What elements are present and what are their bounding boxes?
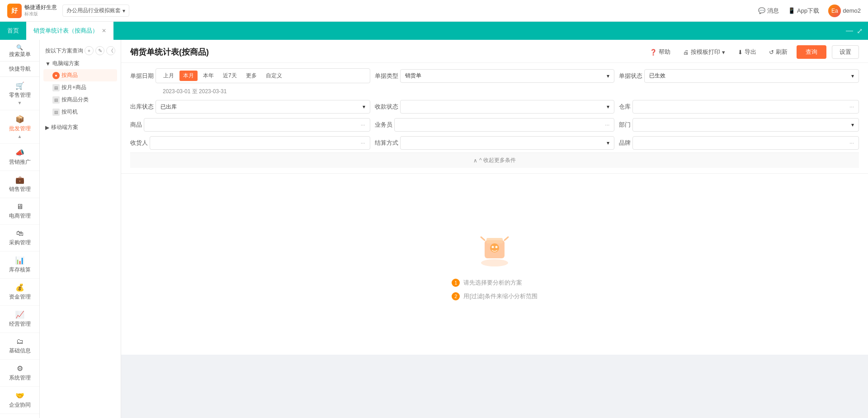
brand-filter-cell: 品牌 ···	[619, 136, 859, 150]
tab-maximize-icon[interactable]: ⤢	[857, 27, 863, 35]
recipient-input[interactable]: ···	[150, 136, 370, 150]
date-this-month[interactable]: 本月	[179, 71, 198, 81]
panel-mobile-section: ▶ 移动端方案	[40, 122, 121, 133]
warehouse-select[interactable]: 已出库 ▾	[156, 100, 370, 114]
tree-item-by-month-product[interactable]: ▤ 按月+商品	[43, 81, 117, 94]
system-label: 系统管理	[9, 374, 31, 382]
inventory-icon: 📊	[15, 256, 24, 265]
tree-item-by-category[interactable]: ▤ 按商品分类	[43, 94, 117, 106]
refresh-btn[interactable]: ↺ 刷新	[765, 46, 791, 58]
panel-edit-btn[interactable]: ✎	[95, 46, 104, 55]
sidebar-quick-nav[interactable]: 快捷导航	[0, 62, 39, 77]
operations-label: 经营管理	[9, 320, 31, 328]
edit-icon: ✎	[98, 48, 102, 54]
status-select[interactable]: 已生效 ▾	[644, 69, 859, 83]
date-custom[interactable]: 自定义	[262, 71, 286, 81]
message-btn[interactable]: 💬 消息	[758, 7, 779, 15]
wholesale-icon: 📦	[15, 115, 24, 124]
panel-add-btn[interactable]: +	[85, 46, 94, 55]
step-num-2: 2	[452, 292, 460, 300]
retail-icon: 🛒	[15, 81, 24, 90]
month-product-icon: ▤	[52, 84, 60, 91]
filter-area: 单据日期 上月 本月 本年 近7天 更多 自定义 单据类型 销货单 ▾	[121, 63, 868, 174]
salesperson-input[interactable]: ···	[394, 118, 615, 132]
logo-icon: 好	[7, 4, 22, 18]
date-this-year[interactable]: 本年	[199, 71, 217, 81]
brand-input[interactable]: ···	[632, 136, 859, 150]
sidebar-item-marketing[interactable]: 📣 营销推广	[0, 144, 39, 171]
help-btn[interactable]: ❓ 帮助	[646, 46, 674, 58]
panel-header: 按以下方案查询 + ✎ 《	[40, 43, 121, 58]
tab-home[interactable]: 首页	[0, 22, 26, 40]
status-label: 单据状态	[619, 72, 642, 80]
tab-minimize-icon[interactable]: —	[846, 27, 853, 35]
product-input[interactable]: ···	[144, 118, 370, 132]
print-btn[interactable]: 🖨 按模板打印 ▾	[679, 46, 729, 58]
collapse-label: ^ 收起更多条件	[479, 157, 516, 164]
svg-point-0	[481, 259, 508, 266]
export-icon: ⬇	[738, 49, 743, 56]
sidebar-item-wholesale[interactable]: 📦 批发管理 ▲	[0, 110, 39, 144]
cashier-icon: ▤	[52, 109, 60, 116]
mobile-arrow-icon: ▶	[45, 124, 49, 131]
svg-line-6	[481, 237, 485, 240]
sidebar-item-sales[interactable]: 💼 销售管理	[0, 171, 39, 198]
collapse-filters-btn[interactable]: ∧ ^ 收起更多条件	[130, 152, 859, 168]
product-dots: ···	[361, 122, 365, 128]
empty-step-1: 1 请先选择要分析的方案	[452, 277, 537, 289]
add-icon: +	[88, 48, 90, 53]
tab-close-icon[interactable]: ✕	[102, 28, 106, 34]
industry-selector[interactable]: 办公用品行业模拟账套 ▾	[62, 5, 129, 17]
query-button[interactable]: 查询	[797, 45, 826, 59]
sidebar-search[interactable]: 🔍 搜索菜单	[0, 40, 39, 62]
by-month-product-label: 按月+商品	[61, 84, 86, 91]
empty-text-area: 1 请先选择要分析的方案 2 用[过滤]条件来缩小分析范围	[452, 277, 537, 304]
payment-select[interactable]: ▾	[400, 136, 615, 150]
quick-nav-label: 快捷导航	[9, 66, 31, 72]
date-more[interactable]: 更多	[242, 71, 260, 81]
app-download-btn[interactable]: 📱 App下载	[788, 7, 819, 15]
settings-button[interactable]: 设置	[832, 45, 859, 59]
collection-select[interactable]: ▾	[400, 100, 615, 114]
sidebar-item-purchase[interactable]: 🛍 采购管理	[0, 225, 39, 252]
system-icon: ⚙	[17, 364, 23, 373]
help-icon: ❓	[650, 49, 657, 56]
user-menu[interactable]: Ea demo2	[828, 5, 861, 17]
dept-label: 部门	[619, 121, 631, 129]
storage-input[interactable]: ···	[632, 100, 859, 114]
collapse-icon: ∧	[473, 157, 477, 164]
type-select[interactable]: 销货单 ▾	[400, 69, 615, 83]
collection-filter-cell: 收款状态 ▾	[375, 100, 615, 114]
tab-bar-right: — ⤢	[846, 27, 868, 35]
warehouse-chevron: ▾	[363, 104, 365, 110]
salesperson-filter-cell: 业务员 ···	[375, 118, 615, 132]
sidebar-item-retail[interactable]: 🛒 零售管理 ▼	[0, 77, 39, 110]
category-icon: ▤	[52, 96, 60, 104]
sidebar-item-base[interactable]: 🗂 基础信息	[0, 333, 39, 360]
type-value: 销货单	[405, 72, 421, 80]
sidebar-item-system[interactable]: ⚙ 系统管理	[0, 360, 39, 387]
sidebar-item-guide[interactable]: 🆕 新手引导	[0, 414, 39, 418]
desktop-section-title[interactable]: ▼ 电脑端方案	[43, 58, 117, 69]
sidebar-item-operations[interactable]: 📈 经营管理	[0, 306, 39, 333]
date-last-month[interactable]: 上月	[160, 71, 178, 81]
tree-item-by-product[interactable]: ● 按商品	[43, 69, 117, 81]
stats-tab-label: 销货单统计表（按商品）	[33, 27, 98, 35]
panel-title: 按以下方案查询	[45, 47, 83, 55]
dept-select[interactable]: ▾	[632, 118, 859, 132]
sidebar-item-enterprise[interactable]: 🤝 企业协同	[0, 387, 39, 414]
date-7-days[interactable]: 近7天	[219, 71, 241, 81]
panel-collapse-btn[interactable]: 《	[106, 46, 115, 55]
sidebar-item-ecommerce[interactable]: 🖥 电商管理	[0, 198, 39, 225]
avatar-initial: Ea	[831, 8, 838, 14]
mobile-section-title[interactable]: ▶ 移动端方案	[43, 122, 117, 133]
sidebar-item-finance[interactable]: 💰 资金管理	[0, 279, 39, 306]
export-btn[interactable]: ⬇ 导出	[734, 46, 760, 58]
sidebar-item-inventory[interactable]: 📊 库存核算	[0, 252, 39, 279]
tree-item-by-cashier[interactable]: ▤ 按司机	[43, 106, 117, 118]
storage-dots: ···	[849, 104, 854, 110]
date-filter-control[interactable]: 上月 本月 本年 近7天 更多 自定义	[156, 68, 370, 83]
enterprise-label: 企业协同	[9, 401, 31, 409]
tab-stats[interactable]: 销货单统计表（按商品） ✕	[26, 22, 113, 40]
payment-filter-cell: 结算方式 ▾	[375, 136, 615, 150]
